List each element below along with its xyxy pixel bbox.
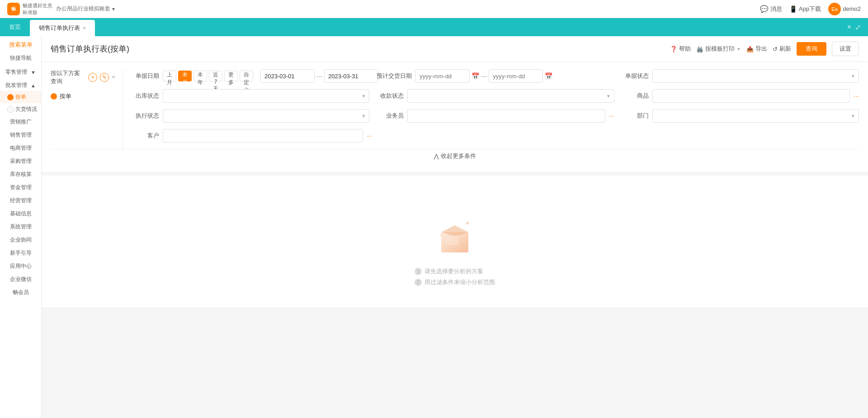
tab-bar: 首页 销售订单执行表 × × ⤢ xyxy=(0,18,868,36)
filter-doc-status-field: 单据状态 xyxy=(622,69,859,83)
sidebar-item-retail[interactable]: 零售管理 ▼ xyxy=(0,65,41,78)
active-scheme-dot xyxy=(7,94,14,100)
filter-dept-field: 部门 xyxy=(622,109,859,123)
app-download-button[interactable]: 📱 App下载 xyxy=(789,5,821,13)
app-download-icon: 📱 xyxy=(789,5,797,13)
goods-ellipsis-button[interactable]: ··· xyxy=(854,92,859,100)
sidebar-item-marketing[interactable]: 营销推广 xyxy=(0,115,41,128)
sidebar-item-sales[interactable]: 销售管理 xyxy=(0,128,41,142)
filter-scheme-title: 按以下方案查询 xyxy=(51,69,85,86)
sidebar-item-newbie[interactable]: 新手引导 xyxy=(0,247,41,260)
tab-sales-order-exec[interactable]: 销售订单执行表 × xyxy=(30,20,95,36)
message-button[interactable]: 💬 消息 xyxy=(760,5,782,13)
breadcrumb-arrow-icon: ▾ xyxy=(112,6,115,12)
sidebar-item-purchase[interactable]: 采购管理 xyxy=(0,155,41,168)
salesperson-ellipsis-button[interactable]: ··· xyxy=(609,112,614,119)
date-btn-last7[interactable]: 近7天 xyxy=(209,71,222,81)
date-btn-custom[interactable]: 自定义 xyxy=(240,71,253,81)
empty-svg: ✦ ✦ xyxy=(432,212,477,257)
date-sep: — xyxy=(316,73,322,80)
expected-date-to-input[interactable] xyxy=(489,69,543,83)
user-name: demo2 xyxy=(843,5,861,12)
user-profile-button[interactable]: Ea demo2 xyxy=(828,3,861,15)
date-btn-this-month[interactable]: 本月 xyxy=(178,71,192,81)
sidebar-sub-anqua[interactable]: 按单 xyxy=(0,91,41,103)
filter-row-4: 客户 ··· xyxy=(132,129,859,142)
filter-row-1: 单据日期 上月 本月 本年 近7天 更多 自定义 — xyxy=(132,69,859,83)
logo-abbr: 畅 xyxy=(11,6,16,12)
search-button[interactable]: 查询 xyxy=(797,42,826,56)
sidebar-item-wholesale[interactable]: 批发管理 ▲ xyxy=(0,78,41,91)
salesperson-input[interactable] xyxy=(407,109,605,123)
filter-row-2: 出库状态 收款状态 xyxy=(132,89,859,103)
calendar-to-icon[interactable]: 📅 xyxy=(545,72,552,80)
tab-close-icon[interactable]: × xyxy=(83,25,86,31)
sidebar-item-enterprise[interactable]: 企业协同 xyxy=(0,233,41,247)
goods-label: 商品 xyxy=(622,92,649,100)
dept-select[interactable] xyxy=(652,109,859,123)
expected-date-label: 预计交货日期 xyxy=(377,72,412,80)
collection-status-select[interactable] xyxy=(407,89,614,103)
page-title: 销售订单执行表(按单) xyxy=(51,43,129,60)
export-icon: 📤 xyxy=(746,46,754,52)
date-btn-more[interactable]: 更多 xyxy=(224,71,238,81)
calendar-from-icon[interactable]: 📅 xyxy=(472,72,479,80)
settings-button[interactable]: 设置 xyxy=(832,42,859,56)
sidebar-quick-nav[interactable]: 快捷导航 xyxy=(0,52,41,65)
goods-input[interactable] xyxy=(652,89,850,103)
sidebar-item-appcenter[interactable]: 应用中心 xyxy=(0,260,41,273)
scheme-item-anqua[interactable]: 按单 xyxy=(51,90,115,103)
filter-doc-date-field: 单据日期 上月 本月 本年 近7天 更多 自定义 — xyxy=(132,69,369,83)
exec-status-select[interactable] xyxy=(163,109,369,123)
date-btn-last-month[interactable]: 上月 xyxy=(163,71,176,81)
page-header: 销售订单执行表(按单) ❓ 帮助 🖨️ 按模板打印 ▼ 📤 导出 ↺ 刷新 xyxy=(42,36,868,62)
logo-area: 畅 畅捷通好生意 标准版 xyxy=(7,2,52,15)
tab-close-window-button[interactable]: × xyxy=(847,23,851,31)
sidebar-item-corpwechat[interactable]: 企业微信 xyxy=(0,273,41,286)
scheme-edit-button[interactable]: ✎ xyxy=(100,73,109,82)
content-area: 销售订单执行表(按单) ❓ 帮助 🖨️ 按模板打印 ▼ 📤 导出 ↺ 刷新 xyxy=(42,36,868,418)
salesperson-label: 业务员 xyxy=(377,112,404,120)
expected-date-from-input[interactable] xyxy=(415,69,470,83)
sidebar-sub-debt[interactable]: ○ 欠货情况 xyxy=(0,103,41,115)
shipping-status-select[interactable] xyxy=(163,89,369,103)
expected-date-sep: — xyxy=(481,73,487,80)
sidebar-item-vip[interactable]: 畅会员 xyxy=(0,286,41,299)
empty-illustration: ✦ ✦ xyxy=(432,212,477,258)
sidebar-item-basic[interactable]: 基础信息 xyxy=(0,207,41,220)
scheme-add-button[interactable]: + xyxy=(88,73,97,82)
doc-status-select[interactable] xyxy=(652,69,859,83)
tab-home[interactable]: 首页 xyxy=(0,18,30,36)
doc-status-label: 单据状态 xyxy=(622,72,649,80)
filter-customer-field: 客户 ··· xyxy=(132,129,372,142)
inactive-scheme-dot: ○ xyxy=(7,106,14,113)
sidebar-search[interactable]: 搜索菜单 xyxy=(0,36,41,52)
breadcrumb-text: 办公用品行业模拟账套 xyxy=(56,5,110,13)
scheme-active-dot xyxy=(51,93,57,100)
export-button[interactable]: 📤 导出 xyxy=(746,45,767,53)
sidebar-item-stock[interactable]: 库存核算 xyxy=(0,168,41,181)
scheme-collapse-button[interactable]: « xyxy=(112,73,115,82)
print-button[interactable]: 🖨️ 按模板打印 ▼ xyxy=(696,45,741,53)
help-icon: ❓ xyxy=(670,46,677,52)
sidebar-item-operation[interactable]: 经营管理 xyxy=(0,194,41,207)
date-from-input[interactable] xyxy=(260,69,315,83)
sidebar-item-ecommerce[interactable]: 电商管理 xyxy=(0,142,41,155)
collapse-button[interactable]: ⋀ 收起更多条件 xyxy=(434,152,476,160)
empty-state: ✦ ✦ 1 请先选择要分析的方案 2 用过滤条件来缩小分析范围 xyxy=(42,176,868,307)
sidebar-item-system[interactable]: 系统管理 xyxy=(0,220,41,233)
top-bar: 畅 畅捷通好生意 标准版 办公用品行业模拟账套 ▾ 💬 消息 📱 App下载 E… xyxy=(0,0,868,18)
tab-maximize-button[interactable]: ⤢ xyxy=(855,23,861,32)
date-btn-this-year[interactable]: 本年 xyxy=(193,71,207,81)
sidebar-item-finance[interactable]: 资金管理 xyxy=(0,181,41,194)
customer-ellipsis-button[interactable]: ··· xyxy=(367,132,372,139)
filter-row-3: 执行状态 业务员 ··· xyxy=(132,109,859,123)
sidebar: 搜索菜单 快捷导航 零售管理 ▼ 批发管理 ▲ 按单 ○ 欠货情况 营销推广 销… xyxy=(0,36,42,418)
refresh-button[interactable]: ↺ 刷新 xyxy=(773,45,791,53)
help-button[interactable]: ❓ 帮助 xyxy=(670,45,691,53)
date-to-input[interactable] xyxy=(324,69,378,83)
customer-input[interactable] xyxy=(163,129,363,142)
filter-expected-date-field: 预计交货日期 📅 — 📅 xyxy=(377,69,614,83)
date-range-field: — xyxy=(260,69,378,83)
doc-status-select-wrap xyxy=(652,69,859,83)
